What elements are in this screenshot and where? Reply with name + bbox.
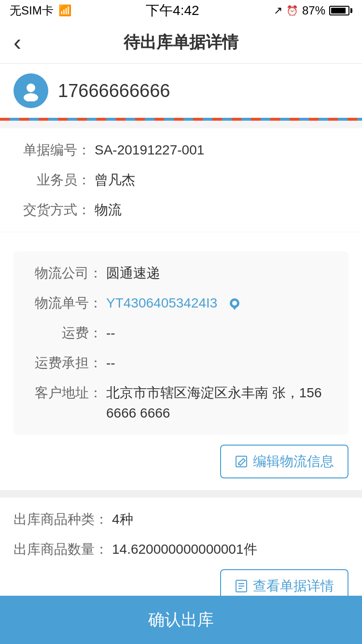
- address-row: 客户地址： 北京市市辖区海淀区永丰南 张，156 6666 6666: [25, 383, 337, 423]
- salesman-row: 业务员： 曾凡杰: [14, 170, 348, 190]
- confirm-button[interactable]: 确认出库: [0, 596, 362, 644]
- freight-bear-value: --: [106, 353, 337, 373]
- map-pin-icon[interactable]: [227, 296, 242, 312]
- freight-label: 运费：: [25, 323, 102, 343]
- logistics-company-value: 圆通速递: [106, 263, 337, 283]
- tracking-label: 物流单号：: [25, 293, 102, 313]
- goods-quantity-label: 出库商品数量：: [14, 539, 108, 560]
- confirm-label: 确认出库: [148, 609, 214, 631]
- order-number-row: 单据编号： SA-20191227-001: [14, 140, 348, 160]
- goods-types-row: 出库商品种类： 4种: [14, 509, 348, 530]
- battery-icon: [329, 6, 352, 15]
- document-icon: [235, 579, 248, 593]
- user-icon: [20, 80, 42, 101]
- status-bar-time: 下午4:42: [146, 1, 199, 20]
- nav-bar: ‹ 待出库单据详情: [0, 21, 362, 64]
- salesman-label: 业务员：: [14, 170, 91, 190]
- logistics-company-label: 物流公司：: [25, 263, 102, 283]
- edit-icon: [235, 455, 248, 468]
- order-number-value: SA-20191227-001: [95, 140, 348, 160]
- page-title: 待出库单据详情: [124, 31, 238, 54]
- svg-point-0: [27, 84, 35, 92]
- customer-phone: 17666666666: [58, 81, 170, 101]
- address-value: 北京市市辖区海淀区永丰南 张，156 6666 6666: [106, 383, 337, 423]
- svg-marker-4: [232, 306, 237, 310]
- status-bar-left: 无SIM卡 📶: [10, 3, 71, 18]
- carrier-label: 无SIM卡: [10, 3, 54, 18]
- delivery-label: 交货方式：: [14, 200, 91, 220]
- location-arrow-icon: ↗: [274, 4, 282, 17]
- order-number-label: 单据编号：: [14, 140, 91, 160]
- dashed-divider: [0, 118, 362, 121]
- alarm-icon: ⏰: [286, 5, 298, 16]
- view-details-label: 查看单据详情: [253, 577, 334, 595]
- order-info-section: 单据编号： SA-20191227-001 业务员： 曾凡杰 交货方式： 物流: [0, 128, 362, 232]
- edit-logistics-container: 编辑物流信息: [14, 445, 348, 478]
- goods-quantity-value: 14.620000000000001件: [112, 539, 348, 560]
- address-label: 客户地址：: [25, 383, 102, 403]
- tracking-value: YT43064053424I3: [106, 293, 337, 313]
- tracking-row: 物流单号： YT43064053424I3: [25, 293, 337, 313]
- delivery-row: 交货方式： 物流: [14, 200, 348, 220]
- status-bar: 无SIM卡 📶 下午4:42 ↗ ⏰ 87%: [0, 0, 362, 21]
- salesman-value: 曾凡杰: [95, 170, 348, 190]
- edit-logistics-label: 编辑物流信息: [253, 452, 334, 471]
- edit-logistics-button[interactable]: 编辑物流信息: [220, 445, 348, 478]
- freight-value: --: [106, 323, 337, 343]
- freight-bear-row: 运费承担： --: [25, 353, 337, 373]
- goods-quantity-row: 出库商品数量： 14.620000000000001件: [14, 539, 348, 560]
- back-button[interactable]: ‹: [14, 29, 21, 56]
- status-bar-right: ↗ ⏰ 87%: [274, 4, 352, 17]
- section-divider: [0, 490, 362, 498]
- freight-row: 运费： --: [25, 323, 337, 343]
- logistics-company-row: 物流公司： 圆通速递: [25, 263, 337, 283]
- goods-types-label: 出库商品种类：: [14, 509, 108, 530]
- svg-rect-5: [236, 456, 247, 467]
- freight-bear-label: 运费承担：: [25, 353, 102, 373]
- wifi-icon: 📶: [58, 4, 71, 17]
- goods-types-value: 4种: [112, 509, 348, 530]
- logistics-card: 物流公司： 圆通速递 物流单号： YT43064053424I3 运费： --: [14, 252, 348, 435]
- svg-point-1: [24, 93, 38, 101]
- delivery-value: 物流: [95, 200, 348, 220]
- logistics-section: 物流公司： 圆通速递 物流单号： YT43064053424I3 运费： --: [0, 232, 362, 490]
- svg-point-3: [232, 301, 237, 306]
- customer-header: 17666666666: [0, 64, 362, 118]
- battery-percent: 87%: [302, 4, 325, 17]
- avatar: [14, 73, 48, 108]
